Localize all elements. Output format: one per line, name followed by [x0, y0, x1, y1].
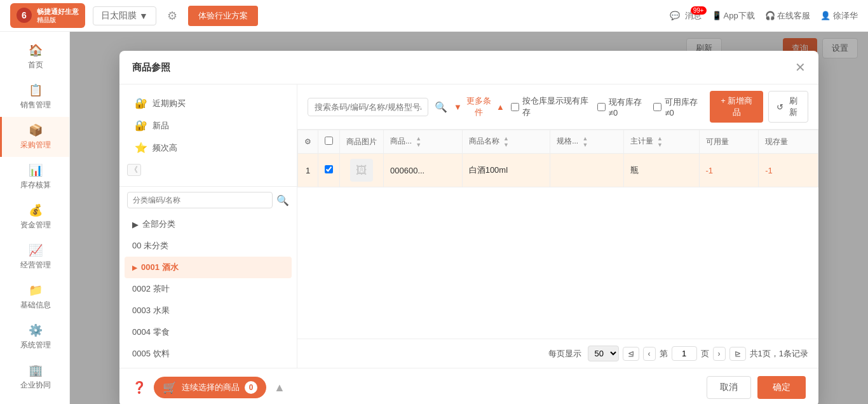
col-header-unit[interactable]: 主计量 ▲▼: [623, 130, 699, 154]
per-page-label: 每页显示: [548, 348, 581, 360]
col-header-code[interactable]: 商品... ▲▼: [384, 130, 463, 154]
help-icon[interactable]: ❓: [132, 380, 146, 394]
user-menu[interactable]: 👤 徐泽华: [820, 10, 858, 22]
modal-header: 商品参照 ✕: [119, 51, 818, 84]
sidebar-item-label: 企业协同: [20, 380, 51, 391]
sidebar-item-system[interactable]: ⚙️ 系统管理: [0, 317, 69, 357]
available-stock-checkbox[interactable]: [597, 103, 606, 111]
product-unit-cell: 瓶: [623, 154, 699, 187]
messages-nav-item[interactable]: 💬 99+ 消息: [670, 10, 702, 22]
sidebar-item-label: 经营管理: [20, 260, 51, 271]
product-reference-modal: 商品参照 ✕ 🔐 近期购买 🔐: [119, 51, 818, 404]
page-number-input[interactable]: [672, 346, 697, 361]
col-header-name[interactable]: 商品名称 ▲▼: [462, 130, 550, 154]
category-item-0005[interactable]: 0005 饮料: [125, 343, 292, 365]
app-download-link[interactable]: 📱 App下载: [712, 10, 755, 22]
settings-icon[interactable]: ⚙: [164, 6, 180, 26]
store-dropdown[interactable]: 日太阳膜 ▼: [93, 6, 156, 25]
sidebar-item-label: 库存核算: [20, 180, 51, 191]
system-icon: ⚙️: [29, 323, 43, 337]
product-search-button[interactable]: 🔍: [435, 101, 447, 113]
modal-close-button[interactable]: ✕: [795, 60, 806, 75]
operation-icon: 📈: [29, 243, 43, 257]
sidebar-item-label: 基础信息: [20, 300, 51, 311]
enterprise-icon: 🏢: [29, 363, 43, 377]
table-header-row: ⚙ 商品图片 商品... ▲▼: [298, 130, 818, 154]
category-search-input[interactable]: [127, 192, 273, 208]
all-category-item[interactable]: ▶ 全部分类: [125, 213, 292, 235]
sidebar-item-label: 采购管理: [20, 140, 51, 151]
frequent-icon: ⭐: [135, 142, 147, 154]
sidebar-item-operation[interactable]: 📈 经营管理: [0, 237, 69, 277]
category-search-button[interactable]: 🔍: [276, 194, 289, 206]
sidebar-item-enterprise[interactable]: 🏢 企业协同: [0, 357, 69, 397]
top-nav: 6 畅捷通好生意 精品版 日太阳膜 ▼ ⚙ 体验行业方案 💬 99+ 消息 📱 …: [0, 0, 868, 32]
sidebar-item-sales[interactable]: 📋 销售管理: [0, 77, 69, 117]
last-page-button[interactable]: ⊵: [729, 347, 746, 361]
name-sort-icon: ▲▼: [503, 135, 509, 148]
prev-page-button[interactable]: ‹: [643, 347, 656, 361]
trial-button[interactable]: 体验行业方案: [188, 6, 258, 26]
sidebar-item-finance[interactable]: 💰 资金管理: [0, 197, 69, 237]
frequent-item[interactable]: ⭐ 频次高: [127, 137, 289, 159]
category-item-0004[interactable]: 0004 零食: [125, 321, 292, 343]
warehouse-display-checkbox[interactable]: [511, 103, 519, 111]
new-items-icon: 🔐: [135, 119, 147, 131]
available-stock-checkbox-label[interactable]: 现有库存≠0: [597, 97, 648, 118]
warehouse-display-checkbox-label[interactable]: 按仓库显示现有库存: [511, 95, 591, 118]
sidebar-item-purchase[interactable]: 📦 采购管理: [0, 117, 69, 157]
collapse-cart-icon[interactable]: ▲: [274, 381, 285, 394]
new-items-item[interactable]: 🔐 新品: [127, 114, 289, 137]
col-header-img: 商品图片: [340, 130, 384, 154]
next-page-button[interactable]: ›: [713, 347, 726, 361]
spec-sort-icon: ▲▼: [583, 135, 588, 148]
first-page-button[interactable]: ⊴: [623, 347, 639, 361]
collapse-button[interactable]: 《: [127, 164, 141, 176]
sidebar-item-guide[interactable]: 🆕 新手引导: [0, 397, 69, 404]
modal-footer: ❓ 🛒 连续选择的商品 0 ▲ 取消 确定: [119, 368, 818, 404]
row-num: 1: [298, 154, 318, 187]
col-header-available: 可用量: [699, 130, 759, 154]
recent-buy-item[interactable]: 🔐 近期购买: [127, 92, 289, 114]
product-name-cell: 白酒100ml: [462, 154, 550, 187]
sidebar: 🏠 首页 📋 销售管理 📦 采购管理 📊 库存核算 💰 资金管理 📈 经营管理 …: [0, 32, 70, 404]
confirm-button[interactable]: 确定: [757, 376, 806, 399]
messages-badge: 99+: [691, 6, 707, 15]
col-header-checkbox[interactable]: [318, 130, 340, 154]
product-image-cell: 🖼: [340, 154, 384, 187]
category-item-0002[interactable]: 0002 茶叶: [125, 278, 292, 300]
select-all-checkbox[interactable]: [325, 137, 333, 145]
sidebar-item-inventory[interactable]: 📊 库存核算: [0, 157, 69, 197]
filter-icon: ▼: [454, 102, 462, 112]
product-available-cell: -1: [699, 154, 759, 187]
row-checkbox[interactable]: [325, 165, 333, 173]
sidebar-item-label: 系统管理: [20, 340, 51, 351]
inventory-icon: 📊: [29, 163, 43, 177]
main-layout: 🏠 首页 📋 销售管理 📦 采购管理 📊 库存核算 💰 资金管理 📈 经营管理 …: [0, 32, 868, 404]
product-table: ⚙ 商品图片 商品... ▲▼: [297, 130, 818, 187]
nav-right: 💬 99+ 消息 📱 App下载 🎧 在线客服 👤 徐泽华: [670, 10, 858, 22]
category-item-0003[interactable]: 0003 水果: [125, 300, 292, 321]
col-header-settings[interactable]: ⚙: [298, 130, 318, 154]
col-header-spec[interactable]: 规格... ▲▼: [550, 130, 624, 154]
add-product-button[interactable]: + 新增商品: [710, 91, 763, 123]
refresh-table-button[interactable]: ↺ 刷新: [768, 91, 808, 123]
table-row[interactable]: 1 🖼 000600... 白酒100ml: [298, 154, 818, 187]
cancel-button[interactable]: 取消: [707, 376, 751, 399]
product-search-input[interactable]: [308, 98, 428, 116]
sidebar-item-label: 销售管理: [20, 100, 51, 111]
footer-buttons: 取消 确定: [707, 376, 806, 399]
usable-stock-checkbox-label[interactable]: 可用库存≠0: [653, 97, 703, 118]
more-filter-button[interactable]: ▼ 更多条件 ▲: [454, 95, 505, 118]
product-code-cell: 000600...: [384, 154, 463, 187]
cart-area[interactable]: 🛒 连续选择的商品 0: [154, 377, 266, 398]
category-item-0001[interactable]: ▶ 0001 酒水: [125, 257, 292, 278]
pagination: 每页显示 50 ⊴ ‹ 第 页 › ⊵ 共1页，1条记录: [297, 339, 818, 368]
sidebar-item-basic[interactable]: 📁 基础信息: [0, 277, 69, 317]
row-checkbox-cell[interactable]: [318, 154, 340, 187]
online-service-link[interactable]: 🎧 在线客服: [765, 10, 811, 22]
category-item-00[interactable]: 00 未分类: [125, 235, 292, 257]
usable-stock-checkbox[interactable]: [653, 103, 661, 111]
per-page-select[interactable]: 50: [588, 346, 619, 361]
sidebar-item-home[interactable]: 🏠 首页: [0, 37, 69, 77]
